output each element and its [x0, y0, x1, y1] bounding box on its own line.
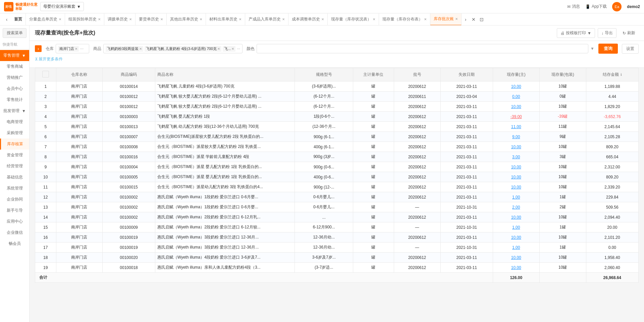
- sidebar-item-member2[interactable]: 畅会员: [0, 238, 29, 249]
- table-row: 15 南岸门店 00100009 惠氏启赋（Wyeth illuma）2段奶粉 …: [35, 222, 639, 232]
- tab-zuzhuang-close[interactable]: ✕: [98, 17, 101, 21]
- cell-expire: 2021-03-11: [440, 112, 493, 122]
- setting-btn[interactable]: 设置: [622, 44, 639, 54]
- sidebar-member-label: 会员中心: [7, 86, 23, 92]
- tab-prev-btn[interactable]: ‹: [3, 13, 11, 25]
- export-btn[interactable]: ↓ 导出: [598, 28, 616, 38]
- refresh-btn[interactable]: ↻ 刷新: [619, 29, 639, 38]
- sidebar-item-retail-mgmt[interactable]: 零售管理 ▼: [0, 50, 29, 61]
- print-btn[interactable]: 🖨 按模板打印 ▼: [557, 28, 595, 38]
- select-all-checkbox[interactable]: [42, 71, 49, 77]
- sidebar-item-member[interactable]: 会员中心: [0, 83, 29, 94]
- cell-stock-pkg: 10罐: [539, 182, 586, 192]
- expand-toggle-btn[interactable]: ›: [35, 45, 42, 52]
- tab-yaohuo-close[interactable]: ✕: [160, 17, 163, 21]
- sidebar-item-retail-shop[interactable]: 零售商城: [0, 61, 29, 72]
- color-input[interactable]: [257, 44, 588, 53]
- tab-cailiao-close[interactable]: ✕: [239, 17, 241, 21]
- tab-home[interactable]: 首页: [11, 13, 26, 25]
- cell-code: 00100009: [103, 222, 155, 232]
- search-menu-btn[interactable]: 搜索菜单: [3, 28, 26, 38]
- cell-stock-main: 2.00: [493, 202, 539, 212]
- tab-qita-chu-label: 其他出库单历史: [170, 16, 198, 22]
- tab-qita-chu[interactable]: 其他出库单历史 ✕: [167, 13, 206, 25]
- tab-cost-adj-close[interactable]: ✕: [321, 17, 324, 21]
- user-avatar[interactable]: Ea: [612, 2, 622, 11]
- sidebar-item-guide[interactable]: 新手引导: [0, 205, 29, 216]
- cell-batch: 20200612: [394, 82, 440, 92]
- sidebar-item-inventory[interactable]: 库存核算: [0, 139, 29, 150]
- product-tags[interactable]: 飞鹤奶粉3段两提装 ✕ 飞鹤星飞帆 儿童奶粉 4段(3-6岁适用) 700克 ✕…: [103, 44, 243, 53]
- sidebar-item-retail-stats[interactable]: 零售统计: [0, 94, 29, 105]
- cell-batch: 20200612: [394, 232, 440, 243]
- tab-cailiao[interactable]: 材料出库单历史 ✕: [206, 13, 245, 25]
- cell-index: 15: [35, 222, 56, 232]
- tab-next-btn[interactable]: ›: [462, 13, 470, 25]
- app-title: 畅捷通好生意: [15, 2, 38, 7]
- cell-spec: 900g (6-1...: [295, 132, 353, 142]
- amount-info-icon[interactable]: ℹ: [621, 73, 622, 76]
- cell-unit: 罐: [353, 82, 394, 92]
- sidebar-item-ecommerce[interactable]: 电商管理: [0, 116, 29, 127]
- sidebar-finance-label: 资金管理: [7, 152, 23, 158]
- sidebar-item-marketing[interactable]: 营销推广: [0, 72, 29, 83]
- sidebar-wholesale-arrow: ▼: [22, 109, 26, 113]
- col-header-stock-pkg: 现存量(包装): [539, 68, 586, 82]
- product-tag-1-close[interactable]: ✕: [139, 47, 142, 51]
- tab-chengpin[interactable]: 产成品入库单历史 ✕: [245, 13, 288, 25]
- table-row: 6 南岸门店 00100007 合生元(BIOSTIME)派星较大婴儿配方奶粉 …: [35, 132, 639, 142]
- cell-amount: 1,189.88: [586, 82, 638, 92]
- sidebar-item-apps[interactable]: 应用中心: [0, 216, 29, 227]
- table-container[interactable]: 仓库名称 商品编码 商品名称 规格型号 主计量单位 批号 失效日期 现存量(主)…: [30, 68, 644, 322]
- sidebar-item-wecom[interactable]: 企业微信: [0, 227, 29, 238]
- summary-stock-pkg: [539, 273, 586, 283]
- cell-batch: 20200612: [394, 142, 440, 152]
- warehouse-tag-close[interactable]: ✕: [75, 47, 77, 51]
- tab-diaob[interactable]: 调拨单历史 ✕: [104, 13, 136, 25]
- cell-amount: 665.04: [586, 152, 638, 162]
- tab-cost-adj[interactable]: 成本调整单历史 ✕: [288, 13, 328, 25]
- username: demo2: [627, 4, 640, 9]
- tab-stock-dist-close[interactable]: ✕: [424, 17, 427, 21]
- tab-chengpin-close[interactable]: ✕: [282, 17, 285, 21]
- sidebar-item-purchase[interactable]: 采购管理: [0, 127, 29, 139]
- account-dropdown[interactable]: 母婴行业演示账套 ▼: [40, 2, 84, 11]
- tab-maximize-btn[interactable]: ⊡: [478, 13, 486, 25]
- print-icon: 🖨: [560, 31, 565, 36]
- cell-amount: 2,145.64: [586, 122, 638, 132]
- expand-more-btn[interactable]: ⊼ 展开更多条件: [35, 55, 639, 63]
- tab-zuzhuang[interactable]: 组装拆卸单历史 ✕: [65, 13, 104, 25]
- query-btn[interactable]: 查询: [598, 44, 618, 54]
- message-btn[interactable]: ✉ 消息: [567, 4, 580, 9]
- sidebar-item-operations[interactable]: 经营管理: [0, 161, 29, 172]
- color-arrow-icon[interactable]: ▼: [590, 46, 594, 51]
- tab-batch-close[interactable]: ✕: [455, 17, 458, 21]
- sidebar-guide-label: 新手引导: [7, 208, 23, 213]
- sidebar-item-wholesale[interactable]: 批发管理 ▼: [0, 105, 29, 116]
- tab-yaohuo[interactable]: 要货单历史 ✕: [136, 13, 167, 25]
- tab-batch-active[interactable]: 库存批次账 ✕: [430, 13, 462, 25]
- sidebar-item-collab[interactable]: 企业协同: [0, 194, 29, 205]
- app-download-btn[interactable]: 📱 App下载: [585, 4, 607, 9]
- tab-diaob-close[interactable]: ✕: [129, 17, 132, 21]
- warehouse-tags[interactable]: 南岸门店 ✕ ···: [56, 44, 89, 53]
- sidebar-item-system[interactable]: 系统管理: [0, 183, 29, 194]
- tab-stock-status[interactable]: 现存量（库存状况表） ✕: [328, 13, 379, 25]
- tab-close-all-btn[interactable]: ✕: [470, 13, 478, 25]
- cell-stock-main: 10.00: [493, 182, 539, 192]
- cell-amount: 2,094.40: [586, 212, 638, 222]
- tab-qita-chu-close[interactable]: ✕: [200, 17, 202, 21]
- cell-unit: 罐: [353, 222, 394, 232]
- warehouse-more-icon[interactable]: ···: [80, 46, 84, 51]
- sidebar-item-basics[interactable]: 基础信息: [0, 172, 29, 183]
- cell-index: 18: [35, 253, 56, 263]
- tab-stock-status-close[interactable]: ✕: [373, 17, 375, 21]
- tab-stock-dist[interactable]: 现存量（库存分布表） ✕: [379, 13, 430, 25]
- cell-stock-pkg: 10罐: [539, 212, 586, 222]
- product-tag-3-close[interactable]: ✕: [231, 47, 234, 51]
- product-more-icon[interactable]: ···: [237, 46, 240, 51]
- product-tag-2-close[interactable]: ✕: [217, 47, 220, 51]
- tab-fenliang-close[interactable]: ✕: [59, 17, 61, 21]
- sidebar-item-finance[interactable]: 资金管理: [0, 150, 29, 161]
- tab-fenliang[interactable]: 分量盘点单历史 ✕: [26, 13, 65, 25]
